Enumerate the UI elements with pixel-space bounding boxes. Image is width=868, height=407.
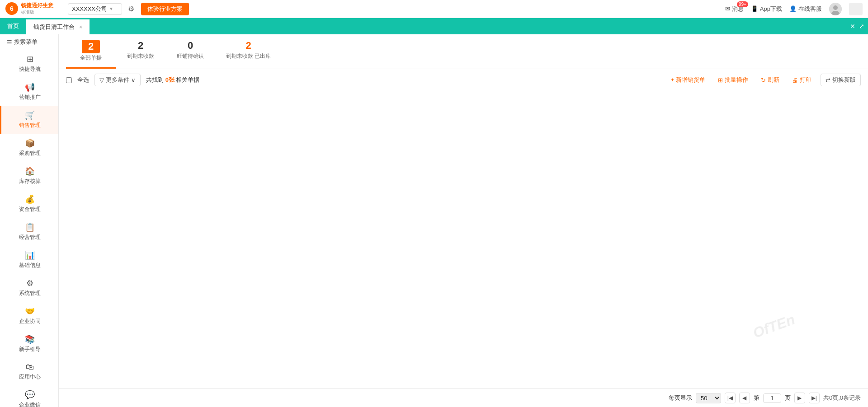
print-button[interactable]: 🖨 打印 xyxy=(788,74,815,86)
stat-num-pending: 0 xyxy=(188,40,193,51)
stat-label-overdue: 到期未收款 xyxy=(127,52,154,60)
sidebar-label-basic-info: 基础信息 xyxy=(19,262,41,269)
logo-text-area: 畅捷通好生意 标准版 xyxy=(21,2,53,15)
add-sales-order-button[interactable]: + 新增销货单 xyxy=(667,74,709,86)
page-suffix: 页 xyxy=(785,394,791,402)
online-service-action[interactable]: 👤 在线客服 xyxy=(789,5,822,13)
sidebar-item-inventory[interactable]: 🏠 库存核算 xyxy=(0,162,58,190)
enterprise-icon: 🤝 xyxy=(25,306,35,316)
batch-icon: ⊞ xyxy=(718,77,723,84)
sidebar-label-quick-nav: 快捷导航 xyxy=(19,65,41,73)
main-layout: ☰ 搜索菜单 ⊞ 快捷导航 📢 营销推广 🛒 销售管理 📦 采购管理 🏠 库存核… xyxy=(0,34,868,407)
switch-icon: ⇄ xyxy=(826,77,830,84)
tab-home[interactable]: 首页 xyxy=(0,18,26,34)
sidebar-item-app-center[interactable]: 🛍 应用中心 xyxy=(0,358,58,385)
sidebar-item-weixin[interactable]: 💬 企业微信 xyxy=(0,385,58,407)
stat-num-overdue: 2 xyxy=(138,40,143,51)
select-all-checkbox[interactable] xyxy=(66,77,72,83)
sidebar-label-sales: 销售管理 xyxy=(19,122,41,129)
settings-button[interactable]: ⚙ xyxy=(125,3,137,15)
app-download-label: App下载 xyxy=(760,5,782,13)
page-input[interactable] xyxy=(763,393,781,403)
last-page-button[interactable]: ▶| xyxy=(809,393,820,403)
next-page-button[interactable]: ▶ xyxy=(794,393,805,403)
stat-num-all: 2 xyxy=(82,40,100,53)
total-text: 共0页,0条记录 xyxy=(823,394,861,402)
sidebar-label-operations: 经营管理 xyxy=(19,234,41,241)
sidebar-item-guide[interactable]: 📚 新手引导 xyxy=(0,330,58,358)
sidebar-label-weixin: 企业微信 xyxy=(19,401,41,407)
sidebar-label-purchase: 采购管理 xyxy=(19,150,41,157)
first-page-button[interactable]: |◀ xyxy=(725,393,736,403)
per-page-label: 每页显示 xyxy=(669,394,692,402)
avatar[interactable] xyxy=(829,3,842,15)
prev-page-button[interactable]: ◀ xyxy=(739,393,750,403)
finance-icon: 💰 xyxy=(25,194,35,204)
per-page-select[interactable]: 10 20 50 100 xyxy=(696,393,721,403)
sidebar-label-marketing: 营销推广 xyxy=(19,94,41,101)
table-area xyxy=(59,91,868,388)
message-icon: ✉ xyxy=(725,5,730,12)
purchase-icon: 📦 xyxy=(25,138,35,148)
weixin-icon: 💬 xyxy=(25,390,35,400)
toolbar: 全选 ▽ 更多条件 ∨ 共找到 0张 相关单据 + 新增销货单 ⊞ 批量操作 ↻ xyxy=(59,69,868,91)
inventory-icon: 🏠 xyxy=(25,166,35,176)
tab-close-icon[interactable]: × xyxy=(79,24,82,30)
logo-icon: 6 xyxy=(5,2,18,15)
select-all-label: 全选 xyxy=(77,76,89,84)
tab-bar-close-icon[interactable]: ✕ xyxy=(850,23,855,30)
refresh-icon: ↻ xyxy=(761,77,766,84)
stat-tab-pending[interactable]: 0 旺铺待确认 xyxy=(165,34,215,69)
trial-button[interactable]: 体验行业方案 xyxy=(141,3,189,15)
switch-version-button[interactable]: ⇄ 切换新版 xyxy=(821,74,861,86)
content-area: 2 全部单据 2 到期未收款 0 旺铺待确认 2 到期未收款 已出库 全选 ▽ … xyxy=(59,34,868,407)
toolbar-right: + 新增销货单 ⊞ 批量操作 ↻ 刷新 🖨 打印 ⇄ 切换新版 xyxy=(667,74,861,86)
sidebar-item-sales[interactable]: 🛒 销售管理 xyxy=(0,106,58,134)
sidebar-item-enterprise[interactable]: 🤝 企业协同 xyxy=(0,302,58,330)
sidebar-item-quick-nav[interactable]: ⊞ 快捷导航 xyxy=(0,50,58,78)
stat-tab-overdue-shipped[interactable]: 2 到期未收款 已出库 xyxy=(215,34,282,69)
empty-state xyxy=(59,91,868,388)
refresh-button[interactable]: ↻ 刷新 xyxy=(757,74,783,86)
system-icon: ⚙ xyxy=(26,278,33,288)
app-download-action[interactable]: 📱 App下载 xyxy=(751,5,782,13)
chevron-down-icon: ▼ xyxy=(109,6,113,11)
stat-label-overdue-shipped: 到期未收款 已出库 xyxy=(226,52,271,60)
stat-label-pending: 旺铺待确认 xyxy=(177,52,204,60)
search-menu-icon: ☰ xyxy=(7,39,12,46)
sidebar-item-finance[interactable]: 💰 资金管理 xyxy=(0,190,58,218)
sidebar-item-marketing[interactable]: 📢 营销推广 xyxy=(0,78,58,106)
found-text: 共找到 0张 相关单据 xyxy=(146,76,199,84)
quick-nav-icon: ⊞ xyxy=(27,54,33,64)
sidebar-label-enterprise: 企业协同 xyxy=(19,318,41,325)
found-count: 0张 xyxy=(165,76,175,83)
avatar-image xyxy=(829,3,842,15)
company-selector[interactable]: XXXXXX公司 ▼ xyxy=(68,3,122,15)
sidebar-item-system[interactable]: ⚙ 系统管理 xyxy=(0,274,58,302)
filter-label: 更多条件 xyxy=(106,76,129,84)
basic-info-icon: 📊 xyxy=(25,250,35,260)
message-action[interactable]: ✉ 消息 99+ xyxy=(725,5,744,13)
stat-num-overdue-shipped: 2 xyxy=(246,40,251,51)
sidebar-label-inventory: 库存核算 xyxy=(19,178,41,185)
stat-tab-overdue[interactable]: 2 到期未收款 xyxy=(116,34,165,69)
search-menu[interactable]: ☰ 搜索菜单 xyxy=(0,34,58,50)
header-right: ✉ 消息 99+ 📱 App下载 👤 在线客服 xyxy=(725,3,863,15)
sales-icon: 🛒 xyxy=(25,110,35,120)
sidebar-label-app-center: 应用中心 xyxy=(19,373,41,381)
more-filter-button[interactable]: ▽ 更多条件 ∨ xyxy=(94,74,141,86)
sidebar-item-operations[interactable]: 📋 经营管理 xyxy=(0,218,58,246)
company-name: XXXXXX公司 xyxy=(72,5,107,13)
message-badge: 99+ xyxy=(737,1,748,7)
svg-point-1 xyxy=(833,5,838,10)
filter-icon: ▽ xyxy=(99,77,104,84)
batch-operation-button[interactable]: ⊞ 批量操作 xyxy=(714,74,752,86)
stat-tab-all[interactable]: 2 全部单据 xyxy=(66,34,116,69)
sidebar-item-purchase[interactable]: 📦 采购管理 xyxy=(0,134,58,162)
tab-bar-actions: ✕ ⤢ xyxy=(850,18,868,34)
search-menu-label: 搜索菜单 xyxy=(14,38,38,46)
tab-bar-expand-icon[interactable]: ⤢ xyxy=(859,23,864,30)
sidebar-item-basic-info[interactable]: 📊 基础信息 xyxy=(0,246,58,274)
tab-active[interactable]: 钱货日清工作台 × xyxy=(26,18,90,34)
operations-icon: 📋 xyxy=(25,222,35,232)
